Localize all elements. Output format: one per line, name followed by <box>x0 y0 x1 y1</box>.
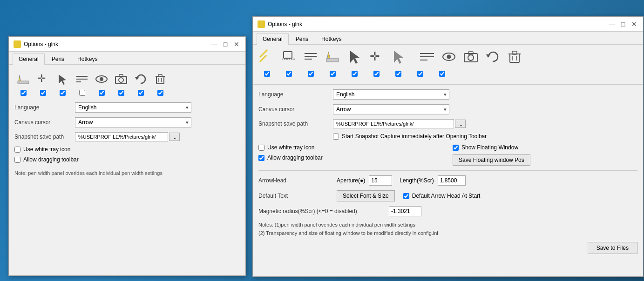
small-language-label: Language <box>14 104 75 111</box>
small-icon-camera[interactable] <box>112 70 130 88</box>
large-select-font-btn[interactable]: Select Font & Size <box>337 190 395 201</box>
small-checkbox-2[interactable] <box>40 90 46 96</box>
large-icon-pen[interactable] <box>322 47 343 67</box>
large-tab-general[interactable]: General <box>257 33 289 45</box>
small-cb-8 <box>151 90 169 96</box>
large-options-window: Options - glnk — □ ✕ General Pens Hotkey… <box>252 16 644 277</box>
large-icon-undo2[interactable] <box>482 47 503 67</box>
large-separator-2 <box>258 170 637 171</box>
large-icon-arrow[interactable] <box>388 47 408 67</box>
small-maximize-btn[interactable]: □ <box>221 40 230 48</box>
large-icon-eye2[interactable] <box>439 47 459 67</box>
large-floating-label[interactable]: Show Floating Window <box>453 144 637 151</box>
svg-rect-11 <box>119 74 123 77</box>
small-icon-move[interactable]: ✛ <box>34 70 52 88</box>
large-checkbox-8[interactable] <box>417 71 423 77</box>
small-snapshot-input[interactable] <box>75 132 168 141</box>
small-dragging-label[interactable]: Allow dragging toolbar <box>14 156 240 163</box>
large-floating-checkbox[interactable] <box>453 145 459 151</box>
large-language-select-wrapper: English <box>333 89 449 100</box>
large-icon-2[interactable] <box>278 47 299 67</box>
large-app-icon <box>258 20 265 28</box>
small-titlebar: Options - glnk — □ ✕ <box>9 37 245 52</box>
small-close-btn[interactable]: ✕ <box>232 40 241 48</box>
large-close-btn[interactable]: ✕ <box>630 20 638 28</box>
svg-point-10 <box>119 78 123 82</box>
large-toolbar-icons: ✛ <box>253 45 643 69</box>
large-notes: Notes: (1)pen width panel overides each … <box>258 221 637 237</box>
small-tab-general[interactable]: General <box>13 54 45 65</box>
large-save-files-btn[interactable]: Save to Files <box>588 242 637 254</box>
small-dragging-checkbox[interactable] <box>14 157 20 163</box>
small-minimize-btn[interactable]: — <box>210 40 218 48</box>
large-tabs-bar: General Pens Hotkeys <box>253 32 643 45</box>
small-checkbox-7[interactable] <box>138 90 144 96</box>
large-save-floating-btn[interactable]: Save Floating window Pos <box>453 154 530 166</box>
small-tab-hotkeys[interactable]: Hotkeys <box>71 54 103 64</box>
large-checkbox-9[interactable] <box>439 71 445 77</box>
large-checkbox-7[interactable] <box>395 71 401 77</box>
large-dragging-checkbox[interactable] <box>258 155 264 161</box>
large-maximize-btn[interactable]: □ <box>619 20 627 28</box>
small-browse-btn[interactable]: ... <box>169 133 180 141</box>
large-icon-select[interactable] <box>344 47 365 67</box>
small-app-icon <box>14 40 21 48</box>
large-snapshot-input[interactable] <box>333 119 454 128</box>
large-start-snapshot-label[interactable]: Start Snapshot Capture immediately after… <box>333 133 487 140</box>
large-minimize-btn[interactable]: — <box>608 20 616 28</box>
large-checkbox-5[interactable] <box>352 71 358 77</box>
small-tray-label[interactable]: Use white tray icon <box>14 146 240 153</box>
large-window-title: Options - glnk <box>268 21 302 27</box>
large-dragging-label[interactable]: Allow dragging toolbar <box>258 154 443 161</box>
small-checkbox-8[interactable] <box>157 90 163 96</box>
small-cursor-select[interactable]: Arrow <box>75 117 191 127</box>
large-magnetic-input[interactable] <box>389 206 421 216</box>
large-icon-delete2[interactable] <box>504 47 525 67</box>
large-checkbox-4[interactable] <box>330 71 336 77</box>
large-cb-6 <box>366 71 386 77</box>
large-icon-move[interactable]: ✛ <box>366 47 386 67</box>
large-icon-camera2[interactable] <box>461 47 481 67</box>
large-language-row: Language English <box>258 89 637 100</box>
small-checkboxes-row <box>14 90 240 96</box>
large-checkbox-1[interactable] <box>264 71 270 77</box>
large-tray-checkbox[interactable] <box>258 145 264 151</box>
large-default-arrowhead-label[interactable]: Default Arrow Head At Start <box>403 193 481 199</box>
small-icon-pen[interactable] <box>14 70 32 88</box>
large-magnetic-row: Magnetic radius(%Scr) (<=0 = disabled) <box>258 206 637 216</box>
large-checkbox-3[interactable] <box>308 71 314 77</box>
large-icon-3[interactable] <box>300 47 321 67</box>
large-length-input[interactable] <box>438 175 466 186</box>
large-aperture-input[interactable] <box>369 175 392 186</box>
small-checkbox-3[interactable] <box>60 90 66 96</box>
small-icon-undo[interactable] <box>132 70 149 88</box>
large-icon-1[interactable] <box>257 47 277 67</box>
small-tab-pens[interactable]: Pens <box>46 54 70 64</box>
large-checkbox-2[interactable] <box>286 71 292 77</box>
large-checkbox-6[interactable] <box>373 71 380 77</box>
small-icon-eye[interactable] <box>93 70 110 88</box>
small-checkbox-5[interactable] <box>99 90 105 96</box>
large-tray-label[interactable]: Use white tray icon <box>258 144 443 151</box>
small-checkbox-1[interactable] <box>20 90 27 96</box>
small-icon-delete[interactable] <box>151 70 169 88</box>
small-language-select[interactable]: English <box>75 102 191 113</box>
large-tab-hotkeys[interactable]: Hotkeys <box>315 33 347 44</box>
large-tab-pens[interactable]: Pens <box>290 33 314 44</box>
large-cursor-select[interactable]: Arrow <box>333 104 449 114</box>
small-icon-lines[interactable] <box>73 70 91 88</box>
small-checkbox-4[interactable] <box>79 90 85 96</box>
large-default-arrowhead-checkbox[interactable] <box>403 193 409 199</box>
large-cb-2 <box>278 71 299 77</box>
large-start-snapshot-checkbox[interactable] <box>333 134 339 140</box>
small-icon-select[interactable] <box>54 70 71 88</box>
svg-rect-0 <box>18 81 29 84</box>
large-window-controls: — □ ✕ <box>608 20 638 28</box>
large-language-select[interactable]: English <box>333 89 449 100</box>
small-tray-checkbox[interactable] <box>14 147 20 153</box>
small-checkbox-6[interactable] <box>118 90 124 96</box>
large-title-left: Options - glnk <box>258 20 302 28</box>
large-browse-btn[interactable]: ... <box>455 120 466 128</box>
large-icon-lines2[interactable] <box>417 47 437 67</box>
large-default-text-label: Default Text <box>258 193 333 199</box>
